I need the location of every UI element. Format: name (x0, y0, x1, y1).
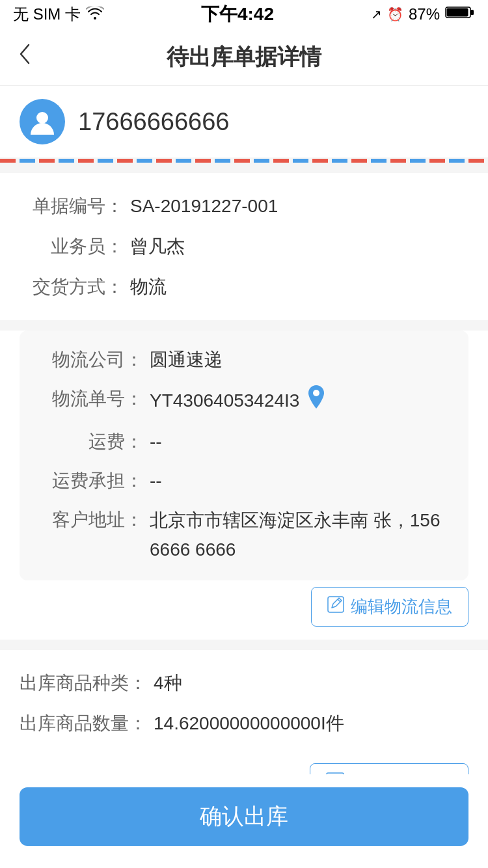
logistics-address-row: 客户地址： 北京市市辖区海淀区永丰南 张，156 6666 6666 (39, 506, 449, 565)
svg-rect-2 (446, 8, 468, 17)
logistics-tracking-row: 物流单号： YT43064053424I3 (39, 385, 449, 416)
logistics-card: 物流公司： 圆通速递 物流单号： YT43064053424I3 运费： (20, 331, 468, 580)
svg-point-4 (313, 390, 319, 396)
status-left: 无 SIM 卡 (13, 4, 104, 25)
battery-icon (445, 5, 475, 23)
edit-logistics-label: 编辑物流信息 (351, 595, 452, 618)
logistics-section: 物流公司： 圆通速递 物流单号： YT43064053424I3 运费： (0, 331, 488, 640)
logistics-freight-label: 运费： (39, 428, 143, 455)
logistics-company-value: 圆通速递 (150, 346, 449, 373)
main-content: 17666666666 单据编号： SA-20191227-001 业务员： 曾… (0, 86, 488, 868)
basic-info-section: 单据编号： SA-20191227-001 业务员： 曾凡杰 交货方式： 物流 (0, 173, 488, 320)
logistics-address-label: 客户地址： (39, 506, 143, 534)
edit-icon (327, 596, 344, 617)
goods-types-label: 出库商品种类： (20, 670, 147, 697)
battery-text: 87% (409, 5, 440, 23)
logistics-freight-bearer-row: 运费承担： -- (39, 467, 449, 495)
wifi-icon (86, 7, 104, 23)
page-title: 待出库单据详情 (167, 42, 321, 72)
edit-logistics-button[interactable]: 编辑物流信息 (311, 587, 468, 627)
logistics-freight-bearer-label: 运费承担： (39, 467, 143, 495)
svg-point-3 (36, 112, 48, 124)
logistics-freight-row: 运费： -- (39, 428, 449, 455)
logistics-freight-bearer-value: -- (150, 467, 449, 495)
location-icon: ↗ (371, 7, 382, 22)
staff-value: 曾凡杰 (130, 233, 468, 260)
logistics-freight-value: -- (150, 428, 449, 455)
goods-quantity-label: 出库商品数量： (20, 710, 147, 737)
document-number-row: 单据编号： SA-20191227-001 (20, 193, 468, 220)
carrier-text: 无 SIM 卡 (13, 4, 81, 25)
delivery-method-value: 物流 (130, 273, 468, 301)
goods-quantity-row: 出库商品数量： 14.62000000000000I件 (20, 710, 468, 737)
map-pin-icon[interactable] (306, 385, 327, 416)
logistics-tracking-value: YT43064053424I3 (150, 385, 449, 416)
nav-bar: 待出库单据详情 (0, 29, 488, 86)
delivery-method-label: 交货方式： (20, 273, 124, 301)
delivery-method-row: 交货方式： 物流 (20, 273, 468, 301)
back-button[interactable] (16, 40, 34, 74)
document-number-value: SA-20191227-001 (130, 193, 468, 220)
document-number-label: 单据编号： (20, 193, 124, 220)
logistics-company-label: 物流公司： (39, 346, 143, 373)
goods-types-row: 出库商品种类： 4种 (20, 670, 468, 697)
staff-label: 业务员： (20, 233, 124, 260)
svg-rect-1 (470, 10, 474, 15)
confirm-button[interactable]: 确认出库 (20, 787, 468, 846)
avatar (20, 99, 65, 144)
goods-section: 出库商品种类： 4种 出库商品数量： 14.62000000000000I件 (0, 650, 488, 757)
section-divider-1 (0, 640, 488, 650)
confirm-btn-wrap: 确认出库 (0, 774, 488, 868)
status-bar: 无 SIM 卡 下午4:42 ↗ ⏰ 87% (0, 0, 488, 29)
status-right: ↗ ⏰ 87% (371, 5, 475, 23)
svg-rect-5 (328, 597, 344, 612)
staff-row: 业务员： 曾凡杰 (20, 233, 468, 260)
alarm-icon: ⏰ (387, 7, 403, 22)
dashed-divider (0, 159, 488, 163)
confirm-label: 确认出库 (200, 802, 288, 832)
goods-types-value: 4种 (154, 670, 468, 697)
logistics-tracking-label: 物流单号： (39, 385, 143, 413)
phone-number: 17666666666 (78, 108, 229, 136)
logistics-address-value: 北京市市辖区海淀区永丰南 张，156 6666 6666 (150, 506, 449, 565)
logistics-company-row: 物流公司： 圆通速递 (39, 346, 449, 373)
phone-header-section: 17666666666 (0, 86, 488, 157)
status-time: 下午4:42 (201, 2, 274, 27)
edit-logistics-btn-wrap: 编辑物流信息 (0, 580, 488, 640)
goods-quantity-value: 14.62000000000000I件 (154, 710, 468, 737)
